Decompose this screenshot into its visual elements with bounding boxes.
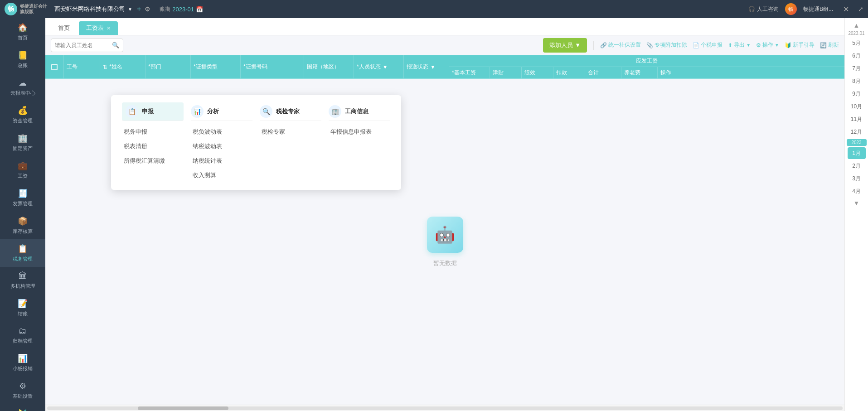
sidebar-item-asset[interactable]: 🏢 固定资产 xyxy=(0,129,45,156)
th-wage-subrow: *基本工资 津贴 绩效 扣款 合计 养老费 操作 xyxy=(449,67,844,78)
social-insurance-icon: 🔗 xyxy=(600,42,607,48)
dropdown-item-tax-table[interactable]: 税表清册 xyxy=(122,139,184,154)
cal-month-11[interactable]: 11月 xyxy=(848,113,866,125)
th-performance: 绩效 xyxy=(522,67,553,78)
th-allowance: 津贴 xyxy=(490,67,522,78)
sidebar-item-guide[interactable]: 🔰 新手引导 xyxy=(0,404,45,411)
dropdown-item-tax-burden[interactable]: 税负波动表 xyxy=(191,125,252,139)
sidebar-item-inventory[interactable]: 📦 库存核算 xyxy=(0,212,45,239)
add-person-button[interactable]: 添加人员 ▼ xyxy=(543,38,587,53)
analysis-label: 分析 xyxy=(207,107,219,116)
search-icon[interactable]: 🔍 xyxy=(112,42,119,48)
restore-icon[interactable]: ⤢ xyxy=(858,5,863,13)
th-checkbox[interactable] xyxy=(45,55,63,78)
special-deduct-btn[interactable]: 📎 专项附加扣除 xyxy=(646,41,687,49)
settings-icon[interactable]: ⚙ xyxy=(145,5,150,13)
th-name[interactable]: ⇅*姓名 xyxy=(100,55,145,78)
tab-home-label: 首页 xyxy=(58,24,70,32)
sidebar-item-settings[interactable]: ⚙ 基础设置 xyxy=(0,377,45,404)
operate-btn[interactable]: ⚙ 操作 ▼ xyxy=(756,41,779,49)
sidebar-label-settle: 结账 xyxy=(18,310,28,317)
report-filter-icon[interactable]: ▼ xyxy=(430,64,436,70)
scrollbar-track[interactable] xyxy=(47,406,843,410)
sidebar-item-multi[interactable]: 🏛 多机构管理 xyxy=(0,267,45,294)
add-person-label: 添加人员 xyxy=(549,41,573,49)
cal-month-3[interactable]: 3月 xyxy=(848,173,866,184)
cal-next-btn[interactable]: ▼ xyxy=(850,198,863,208)
dropdown-item-tax-stats[interactable]: 纳税统计表 xyxy=(191,154,252,168)
th-status[interactable]: *人员状态 ▼ xyxy=(354,55,403,78)
th-deduct: 扣款 xyxy=(553,67,585,78)
app-logo: 畅 畅捷通好会计 旗舰版 xyxy=(5,3,50,15)
period-label: 账期 xyxy=(160,5,170,13)
headset-icon: 🎧 xyxy=(748,6,755,12)
tab-salary-table[interactable]: 工资表 ✕ xyxy=(79,21,118,35)
scroll-bottom xyxy=(45,405,844,411)
calendar-icon[interactable]: 📅 xyxy=(196,6,203,13)
cal-month-7[interactable]: 7月 xyxy=(848,63,866,74)
dropdown-item-taxexpert[interactable]: 税检专家 xyxy=(260,125,321,139)
add-person-chevron: ▼ xyxy=(575,42,581,48)
cal-month-1[interactable]: 1月 xyxy=(848,147,866,159)
tax-report-btn[interactable]: 📄 个税申报 xyxy=(693,41,723,49)
close-icon[interactable]: ✕ xyxy=(843,5,849,14)
logo-icon: 畅 xyxy=(5,3,17,15)
cal-month-12[interactable]: 12月 xyxy=(848,126,866,138)
sidebar-item-report[interactable]: 📊 小畅报销 xyxy=(0,349,45,377)
company-dropdown-icon[interactable]: ▼ xyxy=(128,7,132,12)
app-name: 畅捷通好会计 xyxy=(20,4,47,9)
cal-month-9[interactable]: 9月 xyxy=(848,88,866,100)
declaration-label: 申报 xyxy=(142,107,154,116)
scrollbar-thumb[interactable] xyxy=(138,406,228,410)
sidebar-item-invoice[interactable]: 🧾 发票管理 xyxy=(0,184,45,212)
empty-icon: 🤖 xyxy=(427,217,463,253)
sidebar-label-ledger: 总账 xyxy=(18,62,28,69)
newbie-btn[interactable]: 🔰 新手引导 xyxy=(785,41,815,49)
sidebar-item-settle[interactable]: 📝 结账 xyxy=(0,294,45,322)
sidebar-item-salary[interactable]: 💼 工资 xyxy=(0,156,45,184)
report-icon: 📊 xyxy=(18,353,28,363)
cal-month-5[interactable]: 5月 xyxy=(848,37,866,49)
dropdown-item-income-calc[interactable]: 收入测算 xyxy=(191,168,252,183)
tab-close-icon[interactable]: ✕ xyxy=(107,25,111,31)
dropdown-item-income-tax[interactable]: 所得税汇算清缴 xyxy=(122,154,184,168)
top-bar: 畅 畅捷通好会计 旗舰版 西安虾米网络科技有限公司 ▼ + ⚙ 账期 2023-… xyxy=(0,0,868,18)
cal-prev-btn[interactable]: ▲ xyxy=(850,20,863,30)
business-icon: 🏢 xyxy=(329,105,341,118)
dropdown-item-tax-fluctuation[interactable]: 纳税波动表 xyxy=(191,139,252,154)
dropdown-col-declaration: 📋 申报 税务申报 税表清册 所得税汇算清缴 xyxy=(118,102,187,183)
sidebar-item-fund[interactable]: 💰 资金管理 xyxy=(0,101,45,129)
toolbar: 🔍 添加人员 ▼ 🔗 统一社保设置 📎 专项附加扣除 📄 个税申报 xyxy=(45,35,844,55)
cal-month-4[interactable]: 4月 xyxy=(848,185,866,197)
company-selector[interactable]: 西安虾米网络科技有限公司 ▼ + ⚙ xyxy=(54,5,150,13)
sidebar-item-ledger[interactable]: 📒 总账 xyxy=(0,46,45,73)
service-btn[interactable]: 🎧 人工咨询 xyxy=(748,5,779,13)
sidebar-item-home[interactable]: 🏠 首页 xyxy=(0,18,45,46)
business-label: 工商信息 xyxy=(345,107,369,116)
dropdown-item-annual-report[interactable]: 年报信息申报表 xyxy=(329,125,390,139)
status-filter-icon[interactable]: ▼ xyxy=(383,64,388,70)
export-btn[interactable]: ⬆ 导出 ▼ xyxy=(728,41,751,49)
social-insurance-btn[interactable]: 🔗 统一社保设置 xyxy=(600,41,641,49)
sidebar-item-tax[interactable]: 📋 税务管理 xyxy=(0,239,45,267)
cal-month-8[interactable]: 8月 xyxy=(848,75,866,87)
cal-month-2[interactable]: 2月 xyxy=(848,160,866,172)
sidebar-label-tax: 税务管理 xyxy=(13,256,33,262)
refresh-btn[interactable]: 🔄 刷新 xyxy=(820,41,839,49)
cal-month-10[interactable]: 10月 xyxy=(848,101,866,112)
tax-icon: 📋 xyxy=(18,244,28,254)
user-name: 畅捷通B组... xyxy=(803,5,833,13)
cal-year-tag: 2023 xyxy=(847,139,867,146)
th-report-status[interactable]: 报送状态 ▼ xyxy=(403,55,449,78)
sidebar-item-archive[interactable]: 🗂 归档管理 xyxy=(0,322,45,349)
cal-month-6[interactable]: 6月 xyxy=(848,50,866,62)
sidebar-item-cloud[interactable]: ☁ 云报表中心 xyxy=(0,73,45,101)
dropdown-overlay: 📋 申报 税务申报 税表清册 所得税汇算清缴 📊 分析 税负波动表 纳税波动表 … xyxy=(111,95,401,190)
tab-home[interactable]: 首页 xyxy=(51,21,77,35)
add-company-icon[interactable]: + xyxy=(137,5,141,13)
taxexpert-label: 税检专家 xyxy=(276,107,300,116)
search-box[interactable]: 🔍 xyxy=(51,39,123,52)
dropdown-item-tax-declaration[interactable]: 税务申报 xyxy=(122,125,184,139)
search-input[interactable] xyxy=(55,42,109,48)
select-all-checkbox[interactable] xyxy=(51,64,58,70)
